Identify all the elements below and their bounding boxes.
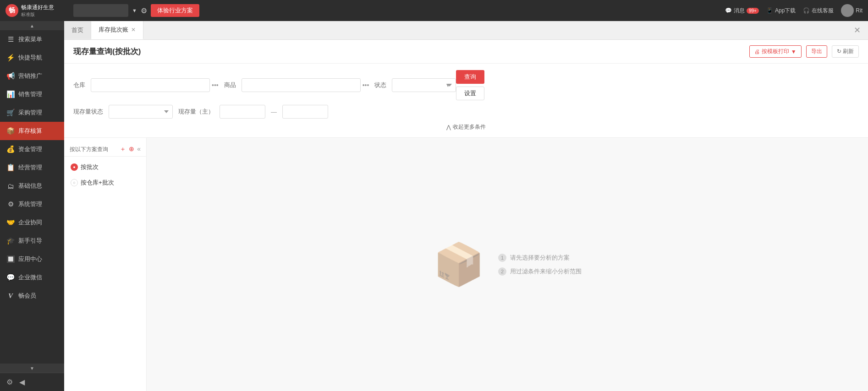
sidebar-label-basic: 基础信息 — [18, 182, 42, 190]
sidebar-bottom: ⚙ ◀ — [0, 373, 64, 391]
header-settings-icon[interactable]: ⚙ — [141, 6, 147, 15]
scheme-active-dot: ● — [71, 163, 78, 171]
hint-number-2: 2 — [498, 267, 506, 276]
tab-close-icon[interactable]: ✕ — [131, 27, 136, 33]
filter-panel: 仓库 ••• 商品 ••• 状态 ▼ 查询 — [64, 64, 868, 138]
sidebar: ▲ ☰ 搜索菜单 ⚡ 快捷导航 📢 营销推广 📊 销售管理 🛒 采购管理 — [0, 21, 64, 391]
filter-actions: 查询 设置 — [456, 70, 484, 100]
content-area: 首页 库存批次账 ✕ ✕ 现存量查询(按批次) 🖨 按模板打印 ▼ 导出 ↻ — [64, 21, 868, 391]
wechat-icon: 💬 — [6, 273, 15, 282]
sidebar-label-finance: 资金管理 — [18, 145, 42, 153]
sidebar-label-member: 畅会员 — [18, 292, 36, 300]
sidebar-item-marketing[interactable]: 📢 营销推广 — [0, 67, 64, 85]
sidebar-scroll-up[interactable]: ▲ — [0, 21, 64, 30]
goods-more-icon[interactable]: ••• — [363, 81, 369, 89]
app-download-action[interactable]: 📱 App下载 — [766, 7, 796, 15]
avatar — [841, 4, 854, 17]
user-action[interactable]: Rit — [841, 4, 863, 17]
sidebar-label-marketing: 营销推广 — [18, 72, 42, 80]
sidebar-item-system[interactable]: ⚙ 系统管理 — [0, 195, 64, 213]
sidebar-item-purchase[interactable]: 🛒 采购管理 — [0, 103, 64, 122]
scheme-item-batch[interactable]: ● 按批次 — [64, 159, 146, 175]
tab-inventory-batch[interactable]: 库存批次账 ✕ — [91, 21, 143, 39]
sales-icon: 📊 — [6, 90, 15, 98]
add-scheme-icon[interactable]: ＋ — [120, 145, 126, 153]
tab-home-label: 首页 — [71, 26, 83, 34]
sidebar-item-newbie[interactable]: 🎓 新手引导 — [0, 232, 64, 250]
refresh-button[interactable]: ↻ 刷新 — [832, 45, 859, 58]
finance-icon: 💰 — [6, 145, 15, 153]
collapse-button[interactable]: ⋀ 收起更多条件 — [446, 123, 486, 131]
sidebar-item-finance[interactable]: 💰 资金管理 — [0, 140, 64, 158]
panel-close-icon[interactable]: ✕ — [854, 25, 868, 35]
shortcut-icon: ⚡ — [6, 54, 15, 62]
empty-hint-2: 2 用过滤条件来缩小分析范围 — [498, 267, 582, 276]
warehouse-input[interactable] — [91, 78, 210, 92]
sidebar-label-inventory: 库存核算 — [18, 127, 42, 135]
sidebar-item-sales[interactable]: 📊 销售管理 — [0, 85, 64, 103]
collapse-up-icon: ⋀ — [446, 124, 451, 130]
purchase-icon: 🛒 — [6, 109, 15, 117]
sidebar-label-purchase: 采购管理 — [18, 109, 42, 117]
scheme-settings-icon[interactable]: ⊕ — [129, 145, 134, 153]
sidebar-settings-icon[interactable]: ⚙ — [6, 378, 13, 386]
stock-status-select[interactable] — [109, 105, 173, 119]
scheme-batch-label: 按批次 — [81, 163, 99, 171]
sidebar-item-wechat[interactable]: 💬 企业微信 — [0, 268, 64, 287]
tab-home[interactable]: 首页 — [64, 22, 91, 39]
stock-status-label: 现存量状态 — [73, 108, 103, 116]
scheme-item-warehouse-batch[interactable]: ○ 按仓库+批次 — [64, 175, 146, 190]
sidebar-label-search: 搜索菜单 — [18, 35, 42, 43]
online-service-action[interactable]: 🎧 在线客服 — [803, 7, 834, 15]
sidebar-item-appstore[interactable]: 🔲 应用中心 — [0, 250, 64, 268]
sidebar-item-operation[interactable]: 📋 经营管理 — [0, 158, 64, 177]
enterprise-icon: 🤝 — [6, 218, 15, 227]
messages-label: 消息 — [734, 7, 745, 15]
message-icon: 💬 — [725, 7, 732, 14]
collapse-left-icon[interactable]: « — [137, 145, 141, 153]
export-button[interactable]: 导出 — [806, 45, 827, 58]
sidebar-item-search[interactable]: ☰ 搜索菜单 — [0, 30, 64, 49]
stock-qty-label: 现存量（主） — [178, 108, 214, 116]
sidebar-collapse-icon[interactable]: ◀ — [19, 378, 25, 386]
stock-qty-to-input[interactable] — [282, 105, 328, 119]
online-service-label: 在线客服 — [812, 7, 834, 15]
query-button[interactable]: 查询 — [456, 70, 484, 84]
warehouse-more-icon[interactable]: ••• — [212, 81, 219, 89]
hint-number-1: 1 — [498, 254, 506, 262]
search-input[interactable] — [73, 4, 128, 17]
collapse-row: ⋀ 收起更多条件 — [73, 123, 859, 131]
sidebar-scroll-down[interactable]: ▼ — [0, 364, 64, 373]
page-actions: 🖨 按模板打印 ▼ 导出 ↻ 刷新 — [749, 45, 859, 58]
print-button[interactable]: 🖨 按模板打印 ▼ — [749, 45, 802, 58]
stock-qty-from-input[interactable] — [220, 105, 265, 119]
sidebar-item-enterprise[interactable]: 🤝 企业协同 — [0, 213, 64, 232]
messages-action[interactable]: 💬 消息 99+ — [725, 7, 759, 15]
sidebar-label-appstore: 应用中心 — [18, 255, 42, 263]
warehouse-label: 仓库 — [73, 81, 85, 89]
sidebar-item-member[interactable]: V 畅会员 — [0, 287, 64, 305]
logo-icon: 畅 — [5, 4, 18, 17]
tab-inventory-batch-label: 库存批次账 — [99, 26, 128, 34]
refresh-icon: ↻ — [837, 48, 841, 54]
goods-input[interactable] — [242, 78, 361, 92]
print-dropdown-icon[interactable]: ▼ — [791, 49, 797, 55]
header-dropdown[interactable]: ▼ — [132, 8, 137, 13]
main-layout: ▲ ☰ 搜索菜单 ⚡ 快捷导航 📢 营销推广 📊 销售管理 🛒 采购管理 — [0, 21, 868, 391]
page-title: 现存量查询(按批次) — [73, 46, 141, 57]
messages-badge: 99+ — [747, 8, 759, 14]
goods-label: 商品 — [224, 81, 236, 89]
member-icon: V — [6, 292, 15, 300]
status-label: 状态 — [374, 81, 386, 89]
sidebar-item-shortcut[interactable]: ⚡ 快捷导航 — [0, 49, 64, 67]
trial-button[interactable]: 体验行业方案 — [151, 4, 199, 17]
sidebar-label-shortcut: 快捷导航 — [18, 54, 42, 62]
settings-button[interactable]: 设置 — [456, 87, 484, 100]
sidebar-label-operation: 经营管理 — [18, 163, 42, 172]
status-select[interactable] — [392, 78, 456, 92]
empty-illustration: 📦 — [433, 240, 484, 288]
sidebar-item-basic[interactable]: 🗂 基础信息 — [0, 177, 64, 195]
scheme-inactive-dot: ○ — [71, 179, 78, 186]
header-right: 💬 消息 99+ 📱 App下载 🎧 在线客服 Rit — [725, 4, 863, 17]
sidebar-item-inventory[interactable]: 📦 库存核算 — [0, 122, 64, 140]
